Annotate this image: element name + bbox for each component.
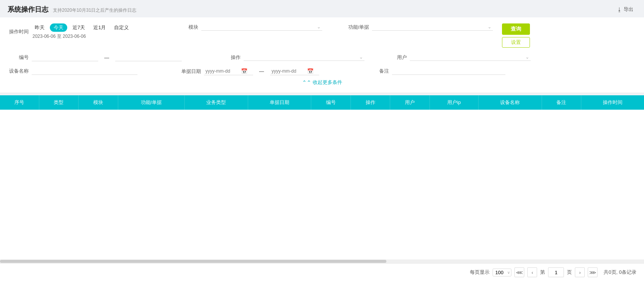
module-filter: 模块 ⌄ bbox=[177, 23, 321, 31]
device-filter: 设备名称 bbox=[8, 67, 137, 75]
action-buttons: 查询 设置 bbox=[502, 23, 530, 48]
empty-area bbox=[0, 110, 644, 231]
settings-button[interactable]: 设置 bbox=[502, 37, 530, 48]
prev-page-button[interactable]: ‹ bbox=[527, 267, 537, 277]
next-page-button[interactable]: › bbox=[575, 267, 585, 277]
last-page-button[interactable]: ⋙ bbox=[588, 267, 598, 277]
operation-chevron-icon: ⌄ bbox=[359, 54, 363, 60]
data-table: 序号 类型 模块 功能/单据 业务类型 单据日期 编号 操作 用户 用户ip 设… bbox=[0, 95, 644, 110]
operation-label: 操作 bbox=[219, 54, 241, 61]
col-biz-type: 业务类型 bbox=[185, 95, 248, 110]
user-label: 用户 bbox=[386, 54, 407, 61]
time-btn-today[interactable]: 今天 bbox=[50, 23, 67, 32]
col-voucher-date: 单据日期 bbox=[248, 95, 311, 110]
calendar-to-icon[interactable]: 📅 bbox=[307, 68, 314, 74]
page-container: 系统操作日志 支持2020年10月31日之后产生的操作日志 ⭳ 导出 操作时间 … bbox=[0, 0, 644, 281]
filter-panel: 操作时间 昨天 今天 近7天 近1月 自定义 2023-06-06 至 2023… bbox=[0, 17, 644, 93]
pagination-summary: 共0页, 0条记录 bbox=[604, 269, 636, 276]
col-op-time: 操作时间 bbox=[581, 95, 644, 110]
function-select[interactable]: ⌄ bbox=[372, 23, 493, 31]
number-from-input[interactable] bbox=[32, 54, 98, 61]
user-chevron-icon: ⌄ bbox=[525, 54, 529, 60]
export-label: 导出 bbox=[624, 6, 633, 13]
filter-row-2: 编号 — 操作 ⌄ 用户 ⌄ bbox=[8, 54, 636, 61]
filter-row-3: 设备名称 单据日期 📅 — 📅 备注 bbox=[8, 67, 636, 75]
date-to-input[interactable] bbox=[272, 68, 306, 74]
time-btn-custom[interactable]: 自定义 bbox=[111, 23, 132, 32]
col-user-ip: 用户ip bbox=[429, 95, 478, 110]
table-container: 序号 类型 模块 功能/单据 业务类型 单据日期 编号 操作 用户 用户ip 设… bbox=[0, 95, 644, 259]
collapse-bar[interactable]: ⌃⌃ 收起更多条件 bbox=[8, 77, 636, 90]
voucher-date-filter: 单据日期 📅 — 📅 bbox=[175, 67, 345, 75]
col-operation: 操作 bbox=[351, 95, 390, 110]
horizontal-scrollbar[interactable] bbox=[0, 259, 644, 263]
user-filter: 用户 ⌄ bbox=[386, 54, 537, 61]
device-input[interactable] bbox=[32, 67, 137, 75]
page-size-label: 每页显示 bbox=[470, 269, 490, 276]
date-from-input[interactable] bbox=[205, 68, 239, 74]
page-size-select[interactable]: 100 50 200 bbox=[493, 269, 511, 276]
page-number-input[interactable] bbox=[548, 267, 564, 277]
page-title: 系统操作日志 bbox=[8, 5, 48, 14]
export-button[interactable]: ⭳ 导出 bbox=[614, 5, 636, 14]
operation-select[interactable]: ⌄ bbox=[244, 54, 364, 61]
function-filter: 功能/单据 ⌄ bbox=[343, 23, 494, 31]
page-subtitle: 支持2020年10月31日之后产生的操作日志 bbox=[53, 7, 136, 14]
remark-filter: 备注 bbox=[368, 67, 519, 75]
operation-time-label: 操作时间 bbox=[8, 28, 29, 35]
page-header: 系统操作日志 支持2020年10月31日之后产生的操作日志 ⭳ 导出 bbox=[0, 0, 644, 17]
header-left: 系统操作日志 支持2020年10月31日之后产生的操作日志 bbox=[8, 5, 136, 14]
number-separator: — bbox=[101, 55, 112, 61]
table-header: 序号 类型 模块 功能/单据 业务类型 单据日期 编号 操作 用户 用户ip 设… bbox=[0, 95, 644, 110]
col-module: 模块 bbox=[79, 95, 118, 110]
col-function: 功能/单据 bbox=[118, 95, 184, 110]
number-to-input[interactable] bbox=[115, 54, 182, 61]
query-button[interactable]: 查询 bbox=[502, 23, 530, 35]
operation-filter: 操作 ⌄ bbox=[219, 54, 363, 61]
remark-label: 备注 bbox=[368, 68, 389, 75]
user-select[interactable]: ⌄ bbox=[410, 54, 531, 61]
first-page-button[interactable]: ⋘ bbox=[514, 267, 524, 277]
col-device: 设备名称 bbox=[478, 95, 542, 110]
col-user: 用户 bbox=[390, 95, 429, 110]
time-btn-1month[interactable]: 近1月 bbox=[90, 23, 109, 32]
collapse-icon: ⌃⌃ bbox=[302, 79, 311, 85]
export-icon: ⭳ bbox=[617, 6, 622, 12]
date-to-field[interactable]: 📅 bbox=[270, 67, 319, 75]
col-remark: 备注 bbox=[542, 95, 581, 110]
page-end-label: 页 bbox=[567, 269, 572, 276]
number-filter: 编号 — bbox=[8, 54, 182, 61]
page-size-select-wrap: 100 50 200 bbox=[493, 269, 511, 276]
function-label: 功能/单据 bbox=[343, 24, 369, 31]
device-label: 设备名称 bbox=[8, 68, 29, 75]
time-btn-7days[interactable]: 近7天 bbox=[69, 23, 88, 32]
date-from-field[interactable]: 📅 bbox=[204, 67, 253, 75]
time-filter-group: 昨天 今天 近7天 近1月 自定义 2023-06-06 至 2023-06-0… bbox=[32, 23, 132, 40]
module-chevron-icon: ⌄ bbox=[317, 24, 321, 29]
time-buttons: 昨天 今天 近7天 近1月 自定义 bbox=[32, 23, 132, 32]
number-label: 编号 bbox=[8, 54, 29, 61]
module-select[interactable]: ⌄ bbox=[201, 23, 322, 31]
col-seq: 序号 bbox=[0, 95, 39, 110]
scrollbar-thumb bbox=[0, 260, 386, 263]
col-number: 编号 bbox=[311, 95, 351, 110]
time-btn-yesterday[interactable]: 昨天 bbox=[32, 23, 48, 32]
function-chevron-icon: ⌄ bbox=[488, 24, 491, 29]
pagination-bar: 每页显示 100 50 200 ⋘ ‹ 第 页 › ⋙ 共0页, 0条记录 bbox=[0, 263, 644, 281]
date-range-display: 2023-06-06 至 2023-06-06 bbox=[32, 33, 132, 40]
calendar-from-icon[interactable]: 📅 bbox=[241, 68, 247, 74]
voucher-date-label: 单据日期 bbox=[175, 68, 201, 75]
operation-time-filter: 操作时间 昨天 今天 近7天 近1月 自定义 2023-06-06 至 2023… bbox=[8, 23, 132, 40]
remark-input[interactable] bbox=[392, 67, 505, 75]
module-label: 模块 bbox=[177, 24, 198, 31]
page-label: 第 bbox=[540, 269, 545, 276]
collapse-label: 收起更多条件 bbox=[313, 79, 342, 86]
table-header-row: 序号 类型 模块 功能/单据 业务类型 单据日期 编号 操作 用户 用户ip 设… bbox=[0, 95, 644, 110]
date-separator: — bbox=[256, 68, 267, 74]
filter-row-1: 操作时间 昨天 今天 近7天 近1月 自定义 2023-06-06 至 2023… bbox=[8, 23, 636, 48]
col-type: 类型 bbox=[39, 95, 78, 110]
